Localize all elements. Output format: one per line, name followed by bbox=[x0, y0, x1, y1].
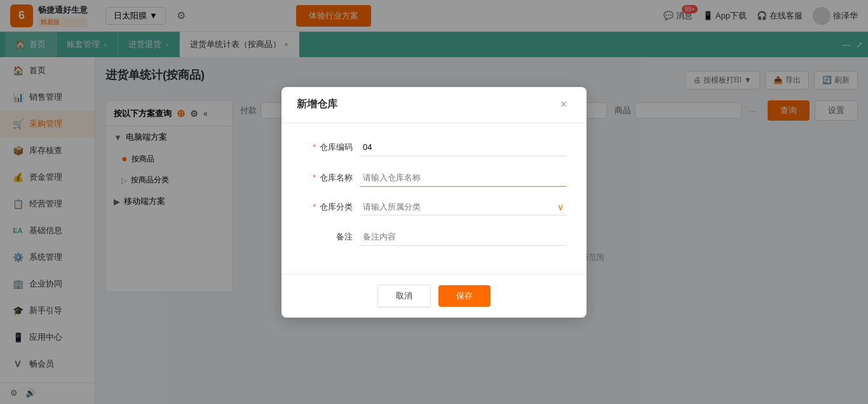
warehouse-name-row: * 仓库名称 bbox=[302, 169, 566, 187]
required-star-category: * bbox=[313, 202, 316, 212]
warehouse-code-row: * 仓库编码 bbox=[302, 138, 566, 156]
required-star-name: * bbox=[313, 173, 316, 182]
category-select-input[interactable] bbox=[363, 202, 557, 212]
dialog-overlay: 新增仓库 × * 仓库编码 * 仓库名称 bbox=[0, 0, 868, 404]
save-button[interactable]: 保存 bbox=[438, 285, 491, 307]
cancel-button[interactable]: 取消 bbox=[377, 285, 431, 307]
new-warehouse-dialog: 新增仓库 × * 仓库编码 * 仓库名称 bbox=[281, 87, 587, 318]
warehouse-code-input[interactable] bbox=[360, 138, 566, 156]
category-label: * 仓库分类 bbox=[302, 201, 353, 213]
warehouse-name-input[interactable] bbox=[360, 169, 566, 187]
category-select-wrap[interactable]: ∨ bbox=[360, 199, 566, 215]
dialog-header: 新增仓库 × bbox=[281, 87, 587, 123]
dialog-title: 新增仓库 bbox=[297, 98, 337, 111]
warehouse-remark-input[interactable] bbox=[360, 228, 566, 246]
dialog-body: * 仓库编码 * 仓库名称 * 仓库分类 bbox=[281, 123, 587, 274]
warehouse-remark-row: 备注 bbox=[302, 228, 566, 246]
dialog-close-icon[interactable]: × bbox=[556, 97, 571, 112]
category-arrow-icon: ∨ bbox=[557, 202, 564, 212]
warehouse-category-row: * 仓库分类 ∨ bbox=[302, 199, 566, 215]
dialog-footer: 取消 保存 bbox=[281, 274, 587, 318]
name-label: * 仓库名称 bbox=[302, 172, 353, 184]
code-label: * 仓库编码 bbox=[302, 142, 353, 153]
required-star-code: * bbox=[313, 142, 316, 152]
remark-label: 备注 bbox=[302, 231, 353, 243]
